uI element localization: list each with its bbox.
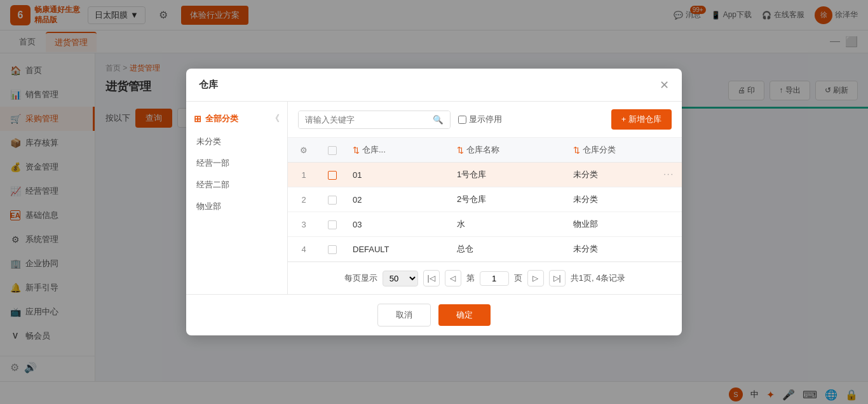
select-all-checkbox[interactable] (328, 146, 337, 155)
add-warehouse-button[interactable]: + 新增仓库 (611, 109, 672, 130)
next-page-btn[interactable]: ▷ (527, 270, 544, 286)
prev-page-btn[interactable]: ◁ (445, 270, 461, 286)
col-header-code[interactable]: ⇅ 仓库... (345, 138, 449, 163)
col-header-num: ⚙ (288, 138, 320, 163)
col-header-check (320, 138, 345, 163)
cell-name: 2号仓库 (449, 187, 566, 212)
last-page-btn[interactable]: ▷| (549, 270, 566, 286)
category-item-dept1[interactable]: 经营一部 (186, 152, 287, 174)
search-box: 🔍 (298, 111, 451, 129)
collapse-icon[interactable]: 《 (271, 113, 280, 125)
grid-icon: ⊞ (194, 114, 201, 124)
cell-num: 3 (288, 212, 320, 237)
per-page-select[interactable]: 50 20 100 (383, 271, 418, 286)
total-label: 共1页, 4条记录 (571, 273, 626, 284)
modal-footer: 取消 确定 (186, 294, 682, 335)
category-item-property[interactable]: 物业部 (186, 196, 287, 217)
cell-num: 2 (288, 187, 320, 212)
category-item-unclassified[interactable]: 未分类 (186, 131, 287, 152)
category-item-dept2[interactable]: 经营二部 (186, 174, 287, 196)
per-page-label: 每页显示 (344, 273, 377, 284)
cell-category: 未分类 (566, 237, 682, 262)
category-sidebar: ⊞ 全部分类 《 未分类 经营一部 经营二部 物业部 (186, 102, 288, 294)
search-button[interactable]: 🔍 (426, 111, 450, 128)
cell-code: 01 (345, 163, 449, 187)
all-category-label: 全部分类 (205, 113, 238, 125)
show-disabled-label[interactable]: 显示停用 (458, 114, 502, 125)
modal-header: 仓库 ✕ (186, 69, 682, 102)
cell-code: 03 (345, 212, 449, 237)
cell-check[interactable] (320, 212, 345, 237)
sort-icon-name: ⇅ (457, 145, 464, 155)
first-page-btn[interactable]: |◁ (423, 270, 440, 286)
cell-name: 水 (449, 212, 566, 237)
cell-code: 02 (345, 187, 449, 212)
page-suffix: 页 (514, 273, 522, 284)
modal-title: 仓库 (199, 79, 218, 91)
sort-icon-category: ⇅ (573, 145, 580, 155)
search-input[interactable] (299, 111, 426, 128)
table-row[interactable]: 3 03 水 物业部 (288, 212, 682, 237)
page-input[interactable] (480, 271, 509, 286)
warehouse-table: ⚙ ⇅ 仓库... (288, 138, 682, 262)
modal-toolbar: 🔍 显示停用 + 新增仓库 (288, 102, 682, 138)
modal-main-content: 🔍 显示停用 + 新增仓库 ⚙ (288, 102, 682, 294)
show-disabled-checkbox[interactable] (458, 116, 466, 124)
sort-icon-code: ⇅ (353, 145, 360, 155)
gear-icon[interactable]: ⚙ (300, 145, 308, 155)
warehouse-modal: 仓库 ✕ ⊞ 全部分类 《 未分类 经营一部 经营二部 物业部 (186, 69, 682, 335)
cell-category: 物业部 (566, 212, 682, 237)
table-row[interactable]: 4 DEFAULT 总仓 未分类 (288, 237, 682, 262)
cell-name: 总仓 (449, 237, 566, 262)
table-row[interactable]: 2 02 2号仓库 未分类 (288, 187, 682, 212)
cell-check[interactable] (320, 237, 345, 262)
pagination: 每页显示 50 20 100 |◁ ◁ 第 页 ▷ ▷| 共1页, 4条记录 (288, 262, 682, 294)
cell-category: 未分类··· (566, 163, 682, 187)
cell-num: 4 (288, 237, 320, 262)
cell-code: DEFAULT (345, 237, 449, 262)
close-icon[interactable]: ✕ (660, 79, 669, 91)
cell-num: 1 (288, 163, 320, 187)
modal-body: ⊞ 全部分类 《 未分类 经营一部 经营二部 物业部 🔍 (186, 102, 682, 294)
cell-category: 未分类 (566, 187, 682, 212)
cell-name: 1号仓库 (449, 163, 566, 187)
col-header-category[interactable]: ⇅ 仓库分类 (566, 138, 682, 163)
cell-check[interactable] (320, 163, 345, 187)
cell-check[interactable] (320, 187, 345, 212)
warehouse-table-wrapper: ⚙ ⇅ 仓库... (288, 138, 682, 262)
cancel-button[interactable]: 取消 (377, 304, 431, 327)
all-category-title[interactable]: ⊞ 全部分类 (194, 113, 238, 125)
col-header-name[interactable]: ⇅ 仓库名称 (449, 138, 566, 163)
confirm-button[interactable]: 确定 (438, 304, 491, 326)
modal-overlay: 仓库 ✕ ⊞ 全部分类 《 未分类 经营一部 经营二部 物业部 (0, 0, 868, 404)
category-header: ⊞ 全部分类 《 (186, 109, 287, 131)
table-row[interactable]: 1 01 1号仓库 未分类··· (288, 163, 682, 187)
page-label: 第 (466, 273, 475, 284)
